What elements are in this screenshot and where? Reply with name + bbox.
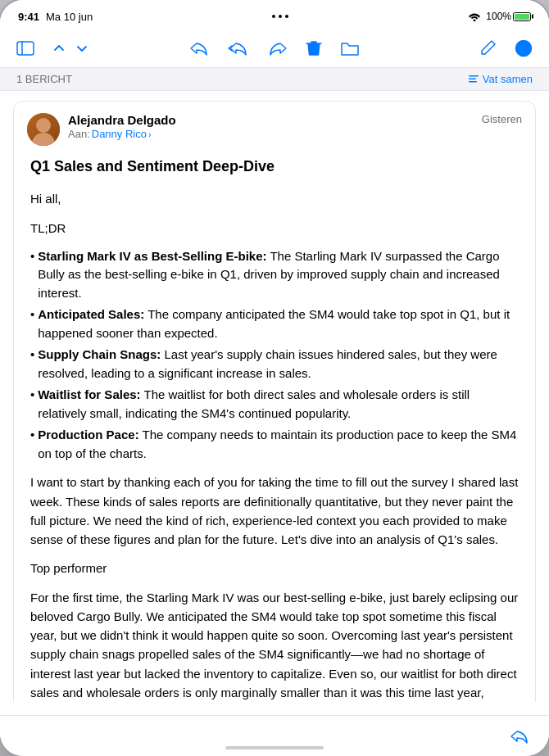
toolbar bbox=[0, 29, 549, 68]
dot3 bbox=[285, 15, 288, 18]
status-left: 9:41 Ma 10 jun bbox=[18, 11, 93, 23]
email-message: Alejandra Delgado Aan: Danny Rico › Gist… bbox=[13, 101, 536, 702]
reply-bottom-button[interactable] bbox=[506, 724, 533, 749]
trash-button[interactable] bbox=[302, 36, 325, 61]
reply-all-button[interactable] bbox=[224, 37, 253, 60]
bullet-list: •Starling Mark IV as Best-Selling E-bike… bbox=[30, 247, 519, 464]
avatar bbox=[27, 113, 60, 146]
bullet-item: •Supply Chain Snags: Last year's supply … bbox=[30, 346, 519, 383]
message-count: 1 BERICHT bbox=[16, 73, 72, 85]
bullet-dot-4: • bbox=[30, 426, 34, 445]
avatar-person bbox=[27, 113, 60, 146]
email-body: Q1 Sales and Sentiment Deep-Dive Hi all,… bbox=[14, 154, 535, 702]
battery-container: 100% bbox=[486, 11, 531, 22]
svg-point-5 bbox=[526, 48, 528, 49]
bullet-item: •Anticipated Sales: The company anticipa… bbox=[30, 306, 519, 342]
bullet-item: •Waitlist for Sales: The waitlist for bo… bbox=[30, 386, 519, 423]
svg-rect-8 bbox=[469, 81, 477, 83]
sender-info: Alejandra Delgado Aan: Danny Rico › bbox=[68, 113, 474, 140]
top-performer-heading: Top performer bbox=[30, 559, 519, 577]
email-greeting: Hi all, bbox=[30, 189, 519, 208]
svg-point-3 bbox=[520, 48, 521, 49]
bullet-dot-0: • bbox=[30, 247, 34, 266]
sidebar-toggle-button[interactable] bbox=[13, 38, 38, 59]
bullet-text-4: Production Pace: The company needs to ma… bbox=[38, 426, 519, 463]
sender-name: Alejandra Delgado bbox=[68, 113, 474, 127]
svg-point-4 bbox=[523, 48, 524, 49]
status-center bbox=[272, 15, 288, 18]
trash-icon bbox=[306, 39, 322, 57]
reply-bottom-icon bbox=[510, 727, 529, 745]
bullet-text-0: Starling Mark IV as Best-Selling E-bike:… bbox=[38, 247, 519, 303]
toolbar-center bbox=[144, 36, 406, 61]
nav-up-button[interactable] bbox=[49, 38, 69, 58]
compose-button[interactable] bbox=[475, 36, 500, 61]
reply-all-icon bbox=[227, 40, 250, 57]
bullet-text-2: Supply Chain Snags: Last year's supply c… bbox=[38, 346, 519, 383]
email-subject: Q1 Sales and Sentiment Deep-Dive bbox=[30, 157, 519, 176]
battery-fill bbox=[515, 14, 529, 20]
to-label: Aan: bbox=[68, 128, 90, 140]
bullet-text-1: Anticipated Sales: The company anticipat… bbox=[38, 306, 519, 342]
summarize-icon bbox=[468, 74, 479, 85]
recipient: Danny Rico bbox=[92, 128, 147, 140]
dot1 bbox=[272, 15, 275, 18]
summarize-button[interactable]: Vat samen bbox=[468, 73, 533, 85]
email-date: Gisteren bbox=[482, 113, 522, 125]
avatar-body bbox=[32, 133, 55, 146]
chevron-up-icon bbox=[52, 42, 66, 55]
forward-icon bbox=[268, 40, 288, 57]
battery-pct: 100% bbox=[486, 11, 511, 22]
compose-icon bbox=[479, 39, 497, 57]
bullet-item: •Production Pace: The company needs to m… bbox=[30, 426, 519, 463]
summarize-label: Vat samen bbox=[483, 73, 533, 85]
nav-buttons bbox=[49, 38, 92, 58]
avatar-head bbox=[36, 118, 51, 133]
chevron-right-icon: › bbox=[148, 129, 152, 139]
bullet-text-3: Waitlist for Sales: The waitlist for bot… bbox=[38, 386, 519, 423]
folder-icon bbox=[340, 40, 360, 57]
email-tldr: TL;DR bbox=[30, 219, 519, 238]
toolbar-right bbox=[406, 36, 537, 61]
status-right: 100% bbox=[468, 11, 531, 22]
folder-button[interactable] bbox=[337, 37, 363, 60]
bullet-dot-1: • bbox=[30, 306, 34, 324]
wifi-icon bbox=[468, 11, 481, 21]
chevron-down-icon bbox=[75, 42, 88, 55]
email-body-para2: For the first time, the Starling Mark IV… bbox=[30, 588, 519, 702]
bullet-dot-2: • bbox=[30, 346, 34, 364]
toolbar-left bbox=[13, 38, 144, 59]
reply-button[interactable] bbox=[186, 37, 212, 60]
svg-rect-6 bbox=[469, 75, 479, 77]
svg-rect-0 bbox=[17, 42, 34, 55]
bottom-bar bbox=[0, 715, 549, 756]
email-header: Alejandra Delgado Aan: Danny Rico › Gist… bbox=[14, 102, 535, 154]
status-time: 9:41 bbox=[18, 11, 39, 23]
bullet-item: •Starling Mark IV as Best-Selling E-bike… bbox=[30, 247, 519, 303]
more-button[interactable] bbox=[511, 36, 536, 61]
svg-rect-7 bbox=[469, 78, 476, 79]
sidebar-icon bbox=[16, 41, 34, 56]
sender-to[interactable]: Aan: Danny Rico › bbox=[68, 128, 474, 140]
email-body-para1: I want to start by thanking each of you … bbox=[30, 473, 519, 549]
ipad-device: 9:41 Ma 10 jun 100% bbox=[0, 0, 549, 756]
message-bar: 1 BERICHT Vat samen bbox=[0, 68, 549, 91]
battery-shape bbox=[513, 12, 531, 21]
more-icon bbox=[515, 39, 533, 57]
status-date: Ma 10 jun bbox=[46, 11, 93, 23]
reply-icon bbox=[189, 40, 209, 57]
dot2 bbox=[279, 15, 282, 18]
status-bar: 9:41 Ma 10 jun 100% bbox=[0, 0, 549, 29]
bullet-dot-3: • bbox=[30, 386, 34, 405]
forward-button[interactable] bbox=[265, 37, 291, 60]
nav-down-button[interactable] bbox=[72, 38, 92, 58]
home-indicator bbox=[225, 746, 324, 749]
email-content[interactable]: Alejandra Delgado Aan: Danny Rico › Gist… bbox=[0, 91, 549, 702]
